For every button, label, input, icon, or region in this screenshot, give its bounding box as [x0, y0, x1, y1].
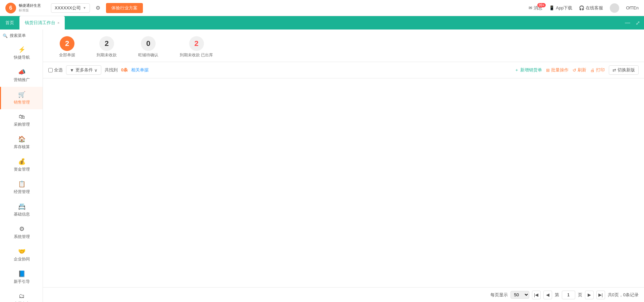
filter-chevron: ∨ [94, 68, 98, 73]
basic-info-icon: 📇 [18, 203, 25, 210]
sidebar-label-inventory: 库存核算 [14, 144, 30, 150]
switch-version-btn[interactable]: ⇄ 切换新版 [609, 65, 639, 75]
finance-icon: 💰 [18, 158, 25, 165]
logo-version: 标准版 [19, 8, 41, 13]
minimize-tab-btn[interactable]: — [624, 18, 632, 27]
first-page-btn[interactable]: |◀ [532, 291, 541, 299]
sidebar-item-finance[interactable]: 💰 资金管理 [0, 154, 43, 176]
avatar[interactable] [610, 3, 619, 13]
sidebar-item-enterprise[interactable]: 🤝 企业协同 [0, 244, 43, 266]
nav-tabs: 首页 钱货日清工作台 × — ⤢ [0, 16, 644, 29]
table-area [43, 78, 644, 287]
next-page-btn[interactable]: ▶ [585, 291, 594, 299]
top-header: 6 畅捷通好生意 标准版 XXXXXX公司 ▼ ⚙ 体验行业方案 ✉ 消息 99… [0, 0, 644, 16]
online-service-btn[interactable]: 🎧 在线客服 [579, 5, 603, 11]
select-all-input[interactable] [48, 68, 53, 72]
stat-tab-all[interactable]: 2 全部单据 [48, 34, 86, 62]
found-suffix[interactable]: 相关单据 [131, 67, 149, 73]
sidebar-item-app-center[interactable]: 🗂 应用中心 [0, 289, 43, 302]
switch-label: 切换新版 [618, 67, 635, 73]
add-btn-label: 新增销货单 [520, 67, 542, 73]
sidebar-label-guide: 新手引导 [14, 279, 30, 285]
refresh-btn[interactable]: ↺ 刷新 [573, 67, 586, 73]
sidebar-label-enterprise: 企业协同 [14, 256, 30, 262]
inventory-icon: 🏠 [18, 135, 25, 143]
chevron-down-icon: ▼ [83, 6, 86, 10]
stat-label-all: 全部单据 [59, 52, 75, 58]
select-all-checkbox[interactable]: 全选 [48, 67, 63, 73]
expand-tab-btn[interactable]: ⤢ [634, 18, 641, 27]
filter-button[interactable]: ▼ 更多条件 ∨ [66, 65, 101, 75]
sidebar-label-finance: 资金管理 [14, 167, 30, 172]
found-prefix: 共找到 [105, 67, 118, 73]
page-number-input[interactable] [562, 291, 575, 299]
online-service-label: 在线客服 [586, 5, 603, 11]
sidebar-item-sales[interactable]: 🛒 销售管理 [0, 87, 43, 109]
sales-icon: 🛒 [18, 91, 25, 98]
toolbar-right: ＋ 新增销货单 ⊞ 批量操作 ↺ 刷新 🖨 打印 ⇄ 切换新版 [515, 65, 639, 75]
pagination: 每页显示 50 100 200 |◀ ◀ 第 页 ▶ ▶| 共0页，0条记录 [43, 287, 644, 302]
stat-label-pending: 旺辅待确认 [138, 52, 158, 58]
prev-page-btn[interactable]: ◀ [543, 291, 552, 299]
tab-daily-work[interactable]: 钱货日清工作台 × [19, 16, 65, 29]
system-icon: ⚙ [19, 225, 24, 233]
stat-tab-pending[interactable]: 0 旺辅待确认 [127, 34, 169, 62]
logo-area: 6 畅捷通好生意 标准版 [5, 3, 48, 13]
refresh-label: 刷新 [578, 67, 586, 73]
stat-tab-overdue[interactable]: 2 到期未收款 [86, 34, 127, 62]
sidebar-item-inventory[interactable]: 🏠 库存核算 [0, 131, 43, 154]
add-icon: ＋ [515, 67, 519, 73]
sidebar-item-marketing[interactable]: 📣 营销推广 [0, 64, 43, 87]
stat-num-overdue: 2 [99, 36, 114, 51]
company-selector[interactable]: XXXXXX公司 ▼ [51, 3, 90, 13]
marketing-icon: 📣 [18, 68, 25, 76]
tabs-actions: — ⤢ [624, 18, 644, 27]
toolbar: 全选 ▼ 更多条件 ∨ 共找到 0条 相关单据 ＋ 新增销货单 ⊞ 批量操作 [43, 62, 644, 78]
stat-num-pending: 0 [141, 36, 156, 51]
print-icon: 🖨 [590, 68, 595, 73]
sidebar-label-purchase: 采购管理 [14, 122, 30, 127]
app-center-icon: 🗂 [19, 293, 25, 300]
search-icon: 🔍 [3, 34, 8, 38]
main-layout: 🔍 搜索菜单 ⚡ 快捷导航 📣 营销推广 🛒 销售管理 🛍 采购管理 🏠 库存核… [0, 29, 644, 302]
stat-num-overdue-shipped: 2 [189, 36, 204, 51]
sidebar-label-basic-info: 基础信息 [14, 212, 30, 217]
print-label: 打印 [596, 67, 605, 73]
tab-home-label: 首页 [5, 20, 14, 26]
sidebar-item-system[interactable]: ⚙ 系统管理 [0, 221, 43, 244]
page-label: 第 [555, 292, 559, 298]
sidebar-label-quick-nav: 快捷导航 [14, 55, 30, 60]
sidebar-item-basic-info[interactable]: 📇 基础信息 [0, 199, 43, 221]
sidebar-item-operations[interactable]: 📋 经营管理 [0, 176, 43, 199]
experience-button[interactable]: 体验行业方案 [106, 3, 143, 13]
logo-brand: 畅捷通好生意 [19, 3, 41, 8]
stat-num-all: 2 [60, 36, 74, 51]
sidebar-search[interactable]: 🔍 搜索菜单 [0, 29, 43, 42]
close-tab-icon[interactable]: × [57, 21, 59, 25]
print-btn[interactable]: 🖨 打印 [590, 67, 605, 73]
tab-home[interactable]: 首页 [0, 16, 19, 29]
stat-tab-overdue-shipped[interactable]: 2 到期未收款 已出库 [169, 34, 224, 62]
sidebar-item-guide[interactable]: 📘 新手引导 [0, 266, 43, 289]
add-sale-order-btn[interactable]: ＋ 新增销货单 [515, 67, 542, 73]
sidebar: 🔍 搜索菜单 ⚡ 快捷导航 📣 营销推广 🛒 销售管理 🛍 采购管理 🏠 库存核… [0, 29, 43, 302]
batch-operation-btn[interactable]: ⊞ 批量操作 [546, 67, 569, 73]
content-area: 2 全部单据 2 到期未收款 0 旺辅待确认 2 到期未收款 已出库 全选 [43, 29, 644, 302]
sidebar-search-label: 搜索菜单 [10, 33, 26, 39]
sidebar-item-quick-nav[interactable]: ⚡ 快捷导航 [0, 42, 43, 64]
switch-icon: ⇄ [612, 68, 616, 73]
stat-label-overdue: 到期未收款 [97, 52, 117, 58]
phone-icon: 📱 [549, 5, 554, 10]
filter-icon: ▼ [70, 68, 74, 73]
per-page-select[interactable]: 50 100 200 [511, 291, 529, 299]
sidebar-item-purchase[interactable]: 🛍 采购管理 [0, 109, 43, 131]
enterprise-icon: 🤝 [18, 248, 25, 255]
app-download-btn[interactable]: 📱 App下载 [549, 5, 572, 11]
message-icon: ✉ [529, 5, 532, 10]
per-page-label: 每页显示 [490, 292, 508, 298]
message-btn[interactable]: ✉ 消息 99+ [529, 5, 542, 11]
guide-icon: 📘 [18, 270, 25, 278]
settings-icon[interactable]: ⚙ [93, 3, 103, 13]
last-page-btn[interactable]: ▶| [596, 291, 605, 299]
batch-icon: ⊞ [546, 68, 550, 73]
